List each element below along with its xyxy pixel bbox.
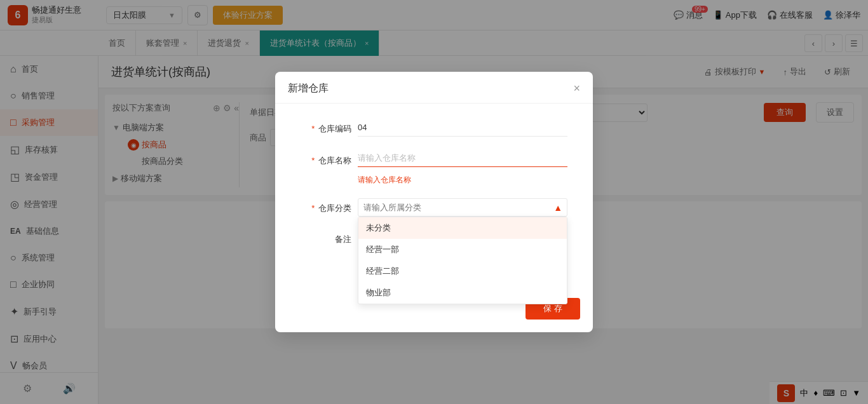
category-toggle-button[interactable]: ▲ (553, 203, 562, 213)
modal-body: * 仓库编码 // Set code value after render * … (275, 104, 593, 290)
modal-header: 新增仓库 × (275, 72, 593, 104)
dropdown-item-0[interactable]: 未分类 (358, 217, 567, 239)
category-dropdown: 未分类 经营一部 经营二部 物业部 (358, 217, 567, 304)
name-input[interactable] (358, 149, 567, 167)
dropdown-item-2[interactable]: 经营二部 (358, 260, 567, 282)
form-row-name: * 仓库名称 请输入仓库名称 (301, 149, 567, 185)
code-label: * 仓库编码 (301, 119, 351, 135)
remark-label: 备注 (301, 229, 351, 245)
modal-overlay[interactable]: 新增仓库 × * 仓库编码 // Set code value after re… (0, 0, 868, 404)
code-input[interactable] (358, 119, 567, 137)
category-input[interactable] (358, 198, 567, 217)
name-label: * 仓库名称 (301, 151, 351, 166)
category-label: * 仓库分类 (301, 198, 351, 214)
modal-add-warehouse: 新增仓库 × * 仓库编码 // Set code value after re… (275, 72, 593, 332)
category-wrapper: ▲ 未分类 经营一部 经营二部 物业部 (358, 198, 567, 217)
modal-title: 新增仓库 (288, 82, 329, 95)
dropdown-item-1[interactable]: 经营一部 (358, 239, 567, 260)
name-error-message: 请输入仓库名称 (358, 175, 411, 185)
dropdown-item-3[interactable]: 物业部 (358, 282, 567, 304)
category-required-star: * (311, 203, 315, 213)
form-row-category: * 仓库分类 ▲ 未分类 经营一部 经营二部 物业部 (301, 198, 567, 217)
code-required-star: * (311, 124, 315, 133)
form-row-code: * 仓库编码 // Set code value after render (301, 119, 567, 137)
name-required-star: * (311, 156, 315, 165)
modal-close-button[interactable]: × (573, 82, 580, 95)
